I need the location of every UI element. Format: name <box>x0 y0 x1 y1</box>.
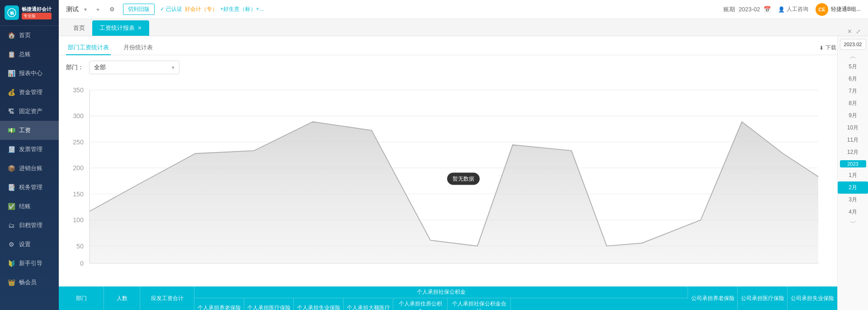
sidebar-item-label: 资金管理 <box>19 88 42 96</box>
sidebar-item-label: 设置 <box>19 240 31 248</box>
sidebar-item-label: 结账 <box>19 202 31 210</box>
cal-month-5[interactable]: 5月 <box>838 61 868 73</box>
cal-month-3[interactable]: 3月 <box>838 194 868 206</box>
svg-text:200: 200 <box>73 164 84 172</box>
switch-version-button[interactable]: 切到旧版 <box>123 4 155 15</box>
svg-text:150: 150 <box>73 191 84 198</box>
sidebar-item-home[interactable]: 🏠 首页 <box>0 26 59 45</box>
filter-bar: 部门： 全部 ▾ <box>59 55 868 80</box>
sidebar-item-invoice[interactable]: 🧾 发票管理 <box>0 140 59 159</box>
svg-text:50: 50 <box>76 243 84 250</box>
maximize-window-icon[interactable]: ⤢ <box>856 28 861 35</box>
sub-tab-department[interactable]: 部门工资统计表 <box>66 41 111 55</box>
assets-icon: 🏗 <box>7 107 15 115</box>
add-button[interactable]: ＋ <box>92 4 103 15</box>
dept-filter-select[interactable]: 全部 ▾ <box>89 61 179 74</box>
cal-month-8[interactable]: 8月 <box>838 97 868 110</box>
user-name: 轻捷通B组... <box>831 5 861 13</box>
th-company-pension: 公司承担养老保险 <box>688 286 738 310</box>
svg-text:250: 250 <box>73 138 84 146</box>
sidebar-item-settings[interactable]: ⚙ 设置 <box>0 235 59 254</box>
th-personal-total: 个人承担社保公积金合计 <box>448 298 511 310</box>
page-tabs: 首页 工资统计报表 ✕ ✕ ⤢ <box>59 19 868 36</box>
tab-close-icon[interactable]: ✕ <box>137 25 142 31</box>
salary-icon: 💵 <box>7 126 15 134</box>
sales-icon: 📦 <box>7 164 15 172</box>
sidebar-item-label: 进销台账 <box>19 164 42 172</box>
settings-icon: ⚙ <box>7 240 15 248</box>
invoice-icon: 🧾 <box>7 145 15 153</box>
logo-icon: 畅 <box>5 5 19 20</box>
tab-salary-report[interactable]: 工资统计报表 ✕ <box>92 20 149 36</box>
sidebar-item-guide[interactable]: 🔰 新手引导 <box>0 254 59 273</box>
calendar-panel: ︿ 5月 6月 7月 8月 9月 10月 11月 12月 2023 1月 2月 … <box>837 36 868 310</box>
settings-button[interactable]: ⚙ <box>107 4 118 15</box>
cal-month-9[interactable]: 9月 <box>838 110 868 122</box>
cal-month-10[interactable]: 10月 <box>838 122 868 134</box>
th-personal-pension: 个人承担养老保险 <box>194 298 244 310</box>
chart-area: 350 300 250 200 150 100 50 0 <box>59 80 837 286</box>
reports-icon: 📊 <box>7 69 15 77</box>
sub-tab-monthly[interactable]: 月份统计表 <box>122 41 155 55</box>
download-icon: ⬇ <box>819 45 824 51</box>
sidebar-item-label: 固定资产 <box>19 107 42 115</box>
tab-window-controls: ✕ ⤢ <box>847 28 861 35</box>
download-button[interactable]: ⬇ 下载 <box>819 44 836 52</box>
th-total-salary: 应发工资合计 <box>140 286 194 310</box>
business-badge: +好生意（标）+... <box>220 5 264 13</box>
ledger-icon: 📋 <box>7 50 15 58</box>
current-year-badge: 2023 <box>840 160 866 167</box>
logo: 畅 畅捷通好会计 专业版 <box>0 0 59 26</box>
sidebar: 畅 畅捷通好会计 专业版 🏠 首页 📋 总账 📊 报表中心 💰 资金管理 🏗 固… <box>0 0 59 310</box>
calendar-year-input[interactable] <box>840 39 866 50</box>
sidebar-menu: 🏠 首页 📋 总账 📊 报表中心 💰 资金管理 🏗 固定资产 💵 工资 🧾 发票… <box>0 26 59 310</box>
topbar-badges: ✓ 已认证 好会计（专） +好生意（标）+... <box>160 5 264 13</box>
sidebar-item-label: 发票管理 <box>19 145 42 153</box>
cal-month-12[interactable]: 12月 <box>838 146 868 158</box>
sidebar-item-member[interactable]: 👑 畅会员 <box>0 273 59 292</box>
sidebar-item-label: 首页 <box>19 31 31 39</box>
th-dept: 部门 <box>59 286 104 310</box>
chevron-down-icon: ▾ <box>172 65 175 71</box>
th-group-title: 个人承担社保公积金 <box>194 286 688 298</box>
chart-tooltip: 暂无数据 <box>447 173 480 185</box>
sidebar-item-funds[interactable]: 💰 资金管理 <box>0 83 59 102</box>
th-personal-housing: 个人承担住房公积金 <box>393 298 448 310</box>
chart-area-fill <box>90 122 818 263</box>
main-area: 测试 ▾ ＋ ⚙ 切到旧版 ✓ 已认证 好会计（专） +好生意（标）+... 账… <box>59 0 868 310</box>
th-company-unemployment: 公司承担失业保险 <box>788 286 837 310</box>
table-header: 部门 人数 应发工资合计 个人承担社保公积金 个人承担养老保险 个人承担医疗保险 <box>59 286 837 310</box>
tab-home[interactable]: 首页 <box>66 20 92 36</box>
user-menu[interactable]: CE 轻捷通B组... <box>816 3 861 16</box>
close-window-icon[interactable]: ✕ <box>847 28 852 35</box>
calendar-icon[interactable]: 📅 <box>764 6 771 13</box>
sidebar-item-reports[interactable]: 📊 报表中心 <box>0 64 59 83</box>
haoji-badge: 好会计（专） <box>185 5 217 13</box>
cal-prev-icon[interactable]: ︿ <box>849 52 858 61</box>
th-company-medical: 公司承担医疗保险 <box>738 286 788 310</box>
help-button[interactable]: 👤 人工咨询 <box>778 5 808 13</box>
sidebar-item-assets[interactable]: 🏗 固定资产 <box>0 102 59 121</box>
sidebar-item-tax[interactable]: 📑 税务管理 <box>0 178 59 197</box>
project-name: 测试 <box>66 5 79 14</box>
sidebar-item-archive[interactable]: 🗂 归档管理 <box>0 216 59 235</box>
sidebar-item-ledger[interactable]: 📋 总账 <box>0 45 59 64</box>
cal-month-7[interactable]: 7月 <box>838 85 868 97</box>
cal-month-11[interactable]: 11月 <box>838 134 868 146</box>
cal-month-6[interactable]: 6月 <box>838 73 868 85</box>
logo-text: 畅捷通好会计 专业版 <box>22 6 52 19</box>
sidebar-item-sales[interactable]: 📦 进销台账 <box>0 159 59 178</box>
sidebar-item-label: 归档管理 <box>19 221 42 229</box>
filter-value: 全部 <box>94 63 106 72</box>
th-group-personal: 个人承担社保公积金 个人承担养老保险 个人承担医疗保险 个人承担失业保险 个人承… <box>194 286 688 310</box>
help-icon: 👤 <box>778 6 785 13</box>
cal-month-4[interactable]: 4月 <box>838 206 868 218</box>
sidebar-item-salary[interactable]: 💵 工资 <box>0 121 59 140</box>
sidebar-item-label: 税务管理 <box>19 183 42 191</box>
dropdown-arrow-icon[interactable]: ▾ <box>84 6 87 13</box>
cal-month-1[interactable]: 1月 <box>838 169 868 181</box>
sidebar-item-settlement[interactable]: ✅ 结账 <box>0 197 59 216</box>
cal-month-2-active[interactable]: 2月 <box>838 181 868 194</box>
sidebar-item-label: 报表中心 <box>19 69 42 77</box>
cal-next-icon[interactable]: ﹀ <box>849 218 858 227</box>
